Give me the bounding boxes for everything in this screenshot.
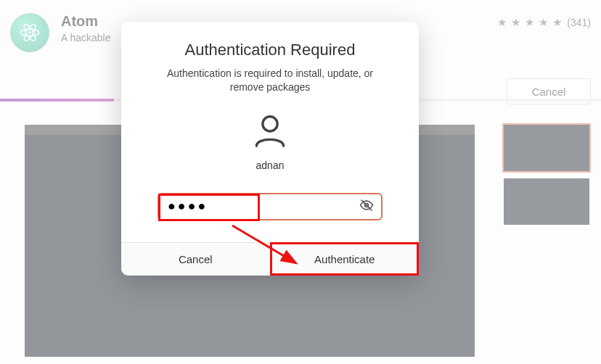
svg-point-4 (263, 117, 277, 131)
dialog-subtitle: Authentication is required to install, u… (121, 67, 419, 107)
dialog-title: Authentication Required (121, 22, 419, 67)
authenticate-button[interactable]: Authenticate (271, 243, 420, 276)
user-icon (250, 112, 290, 154)
password-field-wrapper (158, 193, 383, 220)
eye-off-icon (359, 198, 374, 215)
username-label: adnan (256, 160, 285, 171)
password-input[interactable] (159, 199, 352, 214)
auth-dialog: Authentication Required Authentication i… (121, 22, 419, 276)
toggle-password-visibility-button[interactable] (352, 194, 381, 219)
cancel-button[interactable]: Cancel (121, 243, 271, 276)
